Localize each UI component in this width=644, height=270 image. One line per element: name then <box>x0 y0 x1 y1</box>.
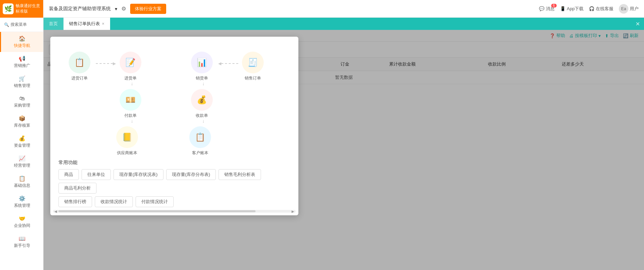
sales-order-icon: 🧾 <box>242 52 264 73</box>
func-buttons-row2: 销售排行榜 收款情况统计 付款情况统计 <box>58 196 290 207</box>
tabbar: 首页 销售订单执行表 × ✕ <box>43 18 644 30</box>
main-content: 装备及固定资产辅助管理系统 ▾ ⚙ 体验行业方案 💬 消息 6 📱 App下载 … <box>43 0 644 270</box>
customer-ledger-icon: 📋 <box>189 126 211 148</box>
sales-slip-icon: 📊 <box>191 52 213 73</box>
scrollbar-track <box>58 210 290 212</box>
avatar: Ea <box>619 4 628 14</box>
message-action[interactable]: 💬 消息 6 <box>539 6 555 12</box>
search-menu-button[interactable]: 🔍 搜索菜单 <box>3 20 40 29</box>
sidebar-item-operations[interactable]: 📈 经营管理 <box>0 152 43 172</box>
tab-sales-execution[interactable]: 销售订单执行表 × <box>64 18 110 30</box>
tab-spacer <box>110 18 631 30</box>
close-all-tabs-button[interactable]: ✕ <box>631 18 644 30</box>
tab-sales-execution-label: 销售订单执行表 <box>69 21 100 27</box>
newbie-icon: 📖 <box>19 235 25 242</box>
system-dropdown[interactable]: ▾ <box>115 6 117 12</box>
func-buttons-row1: 商品 往来单位 现存量(库存状况表) 现存量(库存分布表) 销售毛利分析表 商品… <box>58 169 290 194</box>
receipt-slip-icon: 💰 <box>191 89 213 111</box>
scroll-left-arrow[interactable]: ◀ <box>53 210 58 213</box>
flow-diagram: 📋 进货订单 ▶ 📝 进货单 <box>58 45 290 157</box>
content-area: ❓ 帮助 🖨 按模板打印 ▾ ⬆ 导出 🔄 刷新 <box>43 30 644 270</box>
scroll-right-arrow[interactable]: ▶ <box>290 210 296 213</box>
try-plan-button[interactable]: 体验行业方案 <box>130 4 166 14</box>
common-functions: 常用功能 商品 往来单位 现存量(库存状况表) 现存量(库存分布表) 销售毛利分… <box>58 160 290 207</box>
sidebar: 🌿 畅康通好生意 标准版 🔍 搜索菜单 🏠 快捷导航 📢 营销推广 🛒 <box>0 0 43 270</box>
node-purchase-slip: 📝 进货单 <box>120 52 141 81</box>
app-download-action[interactable]: 📱 App下载 <box>560 6 584 12</box>
sidebar-item-marketing[interactable]: 📢 营销推广 <box>0 52 43 72</box>
node-payment-slip: 💴 付款单 <box>120 89 141 119</box>
logo-text: 畅康通好生意 标准版 <box>16 3 40 14</box>
arrow-payment-down: ↓ <box>131 118 133 124</box>
topbar-actions: 💬 消息 6 📱 App下载 🎧 在线客服 Ea 用户 <box>539 4 639 14</box>
online-service-action[interactable]: 🎧 在线客服 <box>589 6 613 12</box>
basic-info-icon: 📋 <box>19 175 25 182</box>
node-receipt-slip: 💰 收款单 <box>191 89 213 119</box>
settings-icon[interactable]: ⚙ <box>121 5 126 12</box>
func-btn-sales-rank[interactable]: 销售排行榜 <box>58 196 92 207</box>
finance-icon: 💰 <box>19 135 25 142</box>
system-icon: ⚙️ <box>19 195 25 202</box>
purchase-icon: 🛍 <box>19 95 25 102</box>
tab-close-icon[interactable]: × <box>102 21 104 26</box>
topbar: 装备及固定资产辅助管理系统 ▾ ⚙ 体验行业方案 💬 消息 6 📱 App下载 … <box>43 0 644 18</box>
search-icon: 🔍 <box>4 22 9 27</box>
func-btn-sales-profit[interactable]: 销售毛利分析表 <box>219 169 261 180</box>
sidebar-item-purchase[interactable]: 🛍 采购管理 <box>0 92 43 112</box>
logo-icon: 🌿 <box>3 3 14 14</box>
common-functions-title: 常用功能 <box>58 160 290 166</box>
message-badge: 6 <box>551 4 557 7</box>
node-supplier-ledger: 📒 供应商账本 <box>116 126 138 156</box>
user-action[interactable]: Ea 用户 <box>619 4 639 14</box>
arrow-receipt-down: ↓ <box>202 118 205 124</box>
node-sales-slip: 📊 销货单 <box>191 52 213 81</box>
message-icon: 💬 <box>539 6 544 11</box>
node-purchase-order: 📋 进货订单 <box>69 52 90 81</box>
func-btn-stock-dist[interactable]: 现存量(库存分布表) <box>166 169 216 180</box>
headset-icon: 🎧 <box>589 6 594 11</box>
app-download-icon: 📱 <box>560 6 565 11</box>
system-title: 装备及固定资产辅助管理系统 <box>49 6 111 12</box>
modal-scrollbar[interactable]: ◀ ▶ <box>53 210 296 213</box>
sidebar-item-system[interactable]: ⚙️ 系统管理 <box>0 192 43 212</box>
operations-icon: 📈 <box>19 155 25 162</box>
func-btn-payment-stats[interactable]: 付款情况统计 <box>136 196 174 207</box>
sidebar-search-area: 🔍 搜索菜单 <box>0 18 43 32</box>
sales-icon: 🛒 <box>19 75 25 82</box>
sidebar-nav: 🏠 快捷导航 📢 营销推广 🛒 销售管理 🛍 采购管理 📦 库存核算 💰 <box>0 32 43 270</box>
arrow-jinhuo-down: ↓ <box>131 81 133 86</box>
tab-home[interactable]: 首页 <box>43 18 64 30</box>
sidebar-item-newbie[interactable]: 📖 新手引导 <box>0 232 43 252</box>
sidebar-item-cooperation[interactable]: 🤝 企业协同 <box>0 212 43 232</box>
arrow-sales-slip-down: ↓ <box>202 81 205 86</box>
node-customer-ledger: 📋 客户账本 <box>189 126 211 156</box>
sidebar-logo: 🌿 畅康通好生意 标准版 <box>0 0 43 18</box>
func-btn-receipt-stats[interactable]: 收款情况统计 <box>95 196 133 207</box>
tab-home-label: 首页 <box>49 21 58 27</box>
scrollbar-thumb <box>58 210 256 212</box>
purchase-slip-icon: 📝 <box>120 52 141 73</box>
inventory-icon: 📦 <box>19 115 25 122</box>
node-sales-order: 🧾 销售订单 <box>242 52 264 81</box>
arrow-sales-order-to-sales-slip: ◀ <box>218 61 238 66</box>
marketing-icon: 📢 <box>19 55 25 62</box>
func-btn-stock-status[interactable]: 现存量(库存状况表) <box>114 169 163 180</box>
func-btn-product-profit[interactable]: 商品毛利分析 <box>58 183 97 194</box>
arrow-purchase-to-jinhuo: ▶ <box>96 61 116 66</box>
sidebar-item-basic-info[interactable]: 📋 基础信息 <box>0 172 43 192</box>
func-btn-partner[interactable]: 往来单位 <box>82 169 111 180</box>
payment-slip-icon: 💴 <box>120 89 141 111</box>
quick-nav-modal: 📋 进货订单 ▶ 📝 进货单 <box>50 37 298 215</box>
sidebar-item-finance[interactable]: 💰 资金管理 <box>0 132 43 152</box>
cooperation-icon: 🤝 <box>19 215 25 222</box>
func-btn-product[interactable]: 商品 <box>58 169 79 180</box>
sidebar-item-quick-nav[interactable]: 🏠 快捷导航 <box>0 32 43 52</box>
home-icon: 🏠 <box>19 35 25 42</box>
sidebar-item-sales[interactable]: 🛒 销售管理 <box>0 72 43 92</box>
supplier-ledger-icon: 📒 <box>116 126 138 148</box>
purchase-order-icon: 📋 <box>69 52 90 73</box>
modal-overlay[interactable]: 📋 进货订单 ▶ 📝 进货单 <box>43 30 644 270</box>
sidebar-item-inventory[interactable]: 📦 库存核算 <box>0 112 43 132</box>
